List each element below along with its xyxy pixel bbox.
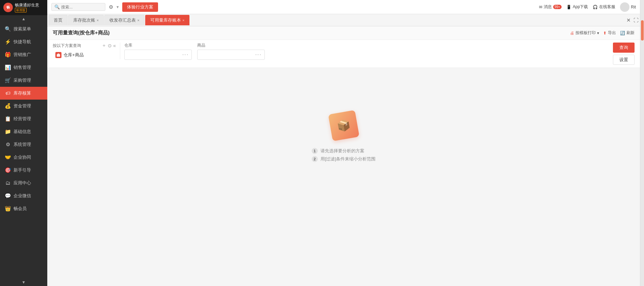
tabs-actions: ✕ ⛶ xyxy=(626,17,639,23)
tab-inventory-summary[interactable]: 收发存汇总表 × xyxy=(104,15,144,25)
apps-icon: 🗂 xyxy=(5,180,11,186)
topbar-search-box[interactable]: 🔍 xyxy=(51,3,105,11)
topbar-right: ✉ 消息 99+ 📱 App下载 🎧 在线客服 Rit xyxy=(539,2,636,12)
message-icon: ✉ xyxy=(539,5,542,9)
export-button[interactable]: ⬆ 导出 xyxy=(603,30,616,36)
inventory-icon: 🏷 xyxy=(5,90,11,96)
filter-settings-button[interactable]: 设置 xyxy=(613,55,635,65)
sidebar-item-operations[interactable]: 📋 经营管理 xyxy=(0,112,47,125)
app-download-button[interactable]: 📱 App下载 xyxy=(566,4,588,10)
tab-available-inventory-label: 可用量库存账本 xyxy=(150,17,181,23)
warehouse-dots-icon: ··· xyxy=(182,52,189,58)
filter-panel: 按以下方案查询 ＋ ⊙ « 仓库+商品 xyxy=(47,40,640,68)
tabs-bar: 首页 库存批次账 × 收发存汇总表 × 可用量库存账本 × ✕ ⛶ xyxy=(47,14,640,26)
system-icon: ⚙ xyxy=(5,141,11,148)
finance-icon: 💰 xyxy=(5,103,11,109)
print-dropdown-icon: ▾ xyxy=(597,31,599,35)
scheme-settings-button[interactable]: ⊙ xyxy=(108,43,112,49)
basic-icon: 📁 xyxy=(5,129,11,135)
svg-marker-1 xyxy=(57,53,60,54)
search-icon: 🔍 xyxy=(54,4,60,9)
sidebar-item-sales[interactable]: 📊 销售管理 xyxy=(0,61,47,74)
goods-filter-input[interactable]: ··· xyxy=(197,50,265,60)
sidebar: 畅 畅康通好生意 标准版 ▲ 🔍 搜索菜单 ⚡ 快捷导航 🎁 营销推广 📊 销售… xyxy=(0,0,47,286)
filter-scheme-header: 按以下方案查询 ＋ ⊙ « xyxy=(53,43,116,49)
marketing-icon: 🎁 xyxy=(5,52,11,58)
sidebar-subtitle: 标准版 xyxy=(15,8,39,12)
sidebar-item-enterprise[interactable]: 🤝 企业协同 xyxy=(0,151,47,164)
sidebar-scroll-up[interactable]: ▲ xyxy=(0,15,47,23)
svg-rect-0 xyxy=(57,54,60,57)
tab-inventory-summary-label: 收发存汇总表 xyxy=(109,17,136,23)
member-icon: 👑 xyxy=(5,206,11,212)
tab-batch-account-close[interactable]: × xyxy=(97,19,99,22)
print-button[interactable]: 🖨 按模板打印 ▾ xyxy=(570,30,599,36)
refresh-button[interactable]: 🔄 刷新 xyxy=(620,30,635,36)
topbar-search-input[interactable] xyxy=(61,5,102,9)
dropdown-arrow-icon: ▾ xyxy=(117,4,119,9)
sidebar-item-apps[interactable]: 🗂 应用中心 xyxy=(0,177,47,189)
page-header: 可用量查询(按仓库+商品) 🖨 按模板打印 ▾ ⬆ 导出 🔄 刷新 xyxy=(47,26,640,40)
refresh-icon: 🔄 xyxy=(620,31,625,35)
filter-scheme-panel: 按以下方案查询 ＋ ⊙ « 仓库+商品 xyxy=(53,43,120,59)
tab-home[interactable]: 首页 xyxy=(49,15,68,25)
empty-message-2-text: 用[过滤]条件来缩小分析范围 xyxy=(320,156,376,162)
goods-filter-field: 商品 ··· xyxy=(197,43,265,60)
online-service-button[interactable]: 🎧 在线客服 xyxy=(593,4,615,10)
empty-msg-num-1: 1 xyxy=(312,148,318,154)
sidebar-item-system[interactable]: ⚙ 系统管理 xyxy=(0,138,47,151)
print-icon: 🖨 xyxy=(570,31,574,35)
page-header-actions: 🖨 按模板打印 ▾ ⬆ 导出 🔄 刷新 xyxy=(570,30,635,36)
tab-available-inventory-close[interactable]: × xyxy=(182,19,184,22)
filter-actions: 查询 设置 xyxy=(613,43,635,65)
filter-scheme-actions: ＋ ⊙ « xyxy=(102,43,116,49)
sidebar-item-shortcut[interactable]: ⚡ 快捷导航 xyxy=(0,35,47,48)
export-icon: ⬆ xyxy=(603,31,607,35)
sidebar-title: 畅康通好生意 xyxy=(15,3,39,8)
sidebar-item-purchase[interactable]: 🛒 采购管理 xyxy=(0,74,47,87)
sidebar-item-newbie[interactable]: 🎯 新手引导 xyxy=(0,164,47,177)
sidebar-item-inventory[interactable]: 🏷 库存核算 xyxy=(0,87,47,100)
expand-button[interactable]: ⛶ xyxy=(634,17,639,23)
sidebar-item-search[interactable]: 🔍 搜索菜单 xyxy=(0,23,47,35)
tab-inventory-summary-close[interactable]: × xyxy=(137,19,139,22)
warehouse-filter-input[interactable]: ··· xyxy=(124,50,192,60)
warehouse-filter-field: 仓库 ··· xyxy=(124,43,192,60)
empty-message-1-text: 请先选择要分析的方案 xyxy=(320,148,364,154)
sidebar-item-basic[interactable]: 📁 基础信息 xyxy=(0,125,47,138)
warehouse-goods-label: 仓库+商品 xyxy=(63,52,84,58)
warehouse-filter-label: 仓库 xyxy=(124,43,192,48)
sidebar-header: 畅 畅康通好生意 标准版 xyxy=(0,0,47,15)
sidebar-item-marketing[interactable]: 🎁 营销推广 xyxy=(0,48,47,61)
headset-icon: 🎧 xyxy=(593,5,598,9)
add-scheme-button[interactable]: ＋ xyxy=(102,43,106,49)
query-button[interactable]: 查询 xyxy=(613,43,635,53)
sidebar-scroll-down[interactable]: ▼ xyxy=(0,279,47,286)
enterprise-icon: 🤝 xyxy=(5,154,11,160)
filter-scheme-item-warehouse-goods[interactable]: 仓库+商品 xyxy=(53,51,116,59)
avatar xyxy=(620,2,629,12)
page-title: 可用量查询(按仓库+商品) xyxy=(53,30,110,36)
sidebar-item-member[interactable]: 👑 畅会员 xyxy=(0,202,47,215)
sidebar-item-finance[interactable]: 💰 资金管理 xyxy=(0,100,47,112)
wechat-icon: 💬 xyxy=(5,193,11,199)
sidebar-logo: 畅 xyxy=(3,3,13,12)
trial-button[interactable]: 体验行业方案 xyxy=(122,2,158,12)
right-scrollbar[interactable] xyxy=(640,0,644,286)
message-button[interactable]: ✉ 消息 99+ xyxy=(539,4,562,10)
user-avatar[interactable]: Rit xyxy=(620,2,636,12)
tab-batch-account[interactable]: 库存批次账 × xyxy=(68,15,104,25)
phone-icon: 📱 xyxy=(566,5,571,9)
warehouse-scheme-icon xyxy=(55,52,61,58)
empty-box-icon: 📦 xyxy=(328,110,359,141)
collapse-scheme-button[interactable]: « xyxy=(113,43,116,49)
topbar: 🔍 ⚙ ▾ 体验行业方案 ✉ 消息 99+ 📱 App下载 🎧 在线客服 Rit xyxy=(47,0,640,14)
settings-icon[interactable]: ⚙ xyxy=(109,4,113,10)
main-area: 🔍 ⚙ ▾ 体验行业方案 ✉ 消息 99+ 📱 App下载 🎧 在线客服 Rit xyxy=(47,0,640,286)
empty-icon: 📦 xyxy=(327,109,361,142)
newbie-icon: 🎯 xyxy=(5,167,11,173)
empty-face-icon: 📦 xyxy=(336,118,352,133)
tab-available-inventory[interactable]: 可用量库存账本 × xyxy=(145,15,189,25)
sidebar-item-wechat[interactable]: 💬 企业微信 xyxy=(0,189,47,202)
close-tab-button[interactable]: ✕ xyxy=(626,17,631,23)
